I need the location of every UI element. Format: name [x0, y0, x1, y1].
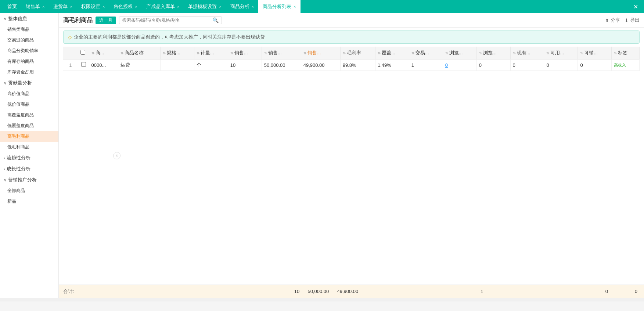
th-available[interactable]: ⇅可用...: [544, 47, 578, 59]
content-area: « 高毛利商品 近一月 🔍 ⬆ 分享 ⬇ 导出 ◇ 企: [59, 13, 644, 298]
table-row[interactable]: 1 0000... 运费 个 10 50,000.00 49,900.00 99…: [63, 59, 640, 71]
sidebar-item-high-value[interactable]: 高价值商品: [0, 88, 58, 99]
table-footer: 合计: 10 50,000.00 49,900.00 1 0 0: [59, 285, 644, 298]
close-template-settings[interactable]: ×: [219, 4, 221, 9]
nav-product-analysis-list[interactable]: 商品分析列表 ×: [258, 0, 300, 13]
nav-template-settings[interactable]: 单据模板设置 ×: [184, 0, 226, 13]
nav-purchase-order[interactable]: 进货单 ×: [49, 0, 76, 13]
nav-product-inbound[interactable]: 产成品入库单 ×: [142, 0, 184, 13]
arrow-marketing: ∨: [4, 178, 7, 182]
sidebar-group-marketing[interactable]: ∨ 营销推广分析: [0, 174, 58, 185]
cell-index: 1: [63, 59, 78, 71]
sidebar-group-trend-label: 流趋性分析: [7, 155, 30, 161]
nav-permission-settings[interactable]: 权限设置 ×: [77, 0, 109, 13]
info-text: 企业的主要的利润都是这部分商品创造的，可考虑加大推广，同时关注库存是不要出现缺货: [74, 34, 265, 40]
close-purchase-order[interactable]: ×: [70, 4, 72, 9]
sidebar-item-in-stock-goods[interactable]: 有库存的商品: [0, 56, 58, 67]
th-spec[interactable]: ⇅规格...: [161, 47, 194, 59]
close-product-analysis-list[interactable]: ×: [294, 4, 296, 9]
sidebar-item-all-goods[interactable]: 全部商品: [0, 185, 58, 196]
close-product-analysis[interactable]: ×: [252, 4, 254, 9]
time-filter-button[interactable]: 近一月: [96, 17, 116, 24]
th-browse2[interactable]: ⇅浏览...: [476, 47, 510, 59]
nav-product-analysis[interactable]: 商品分析 ×: [226, 0, 258, 13]
th-transactions[interactable]: ⇅交易...: [409, 47, 443, 59]
th-unit[interactable]: ⇅计量...: [194, 47, 228, 59]
nav-sales-order[interactable]: 销售单 ×: [21, 0, 49, 13]
cell-browse1[interactable]: 0: [443, 59, 476, 71]
th-gross-rate[interactable]: ⇅毛利率: [340, 47, 375, 59]
sidebar-item-low-coverage[interactable]: 低覆盖度商品: [0, 120, 58, 131]
horizontal-scrollbar[interactable]: [0, 298, 644, 301]
sidebar-group-marketing-label: 营销推广分析: [8, 177, 37, 183]
app-close-icon[interactable]: ✕: [630, 3, 641, 10]
search-box: 🔍: [119, 16, 222, 24]
close-role-auth[interactable]: ×: [135, 4, 137, 9]
th-name[interactable]: ⇅商品名称: [118, 47, 161, 59]
sidebar-group-contribution[interactable]: ∨ 贡献量分析: [0, 77, 58, 88]
th-browse1[interactable]: ⇅浏览...: [443, 47, 476, 59]
footer-stock: 0: [581, 289, 610, 294]
th-sales-amt[interactable]: ⇅销售...: [262, 47, 301, 59]
sidebar-item-high-margin[interactable]: 高毛利商品: [0, 131, 58, 142]
export-icon: ⬇: [625, 18, 629, 23]
cell-coverage: 1.49%: [375, 59, 409, 71]
nav-home[interactable]: 首页: [3, 0, 21, 13]
sidebar-item-high-coverage[interactable]: 高覆盖度商品: [0, 110, 58, 120]
search-button[interactable]: 🔍: [212, 17, 219, 23]
arrow-contribution: ∨: [4, 81, 7, 86]
sidebar-group-overall[interactable]: ∨ 整体信息: [0, 13, 58, 24]
sidebar-item-category-rate[interactable]: 商品分类助销率: [0, 46, 58, 56]
cell-sales-amt: 50,000.00: [262, 59, 301, 71]
search-input[interactable]: [122, 18, 212, 23]
cell-checkbox[interactable]: [78, 59, 89, 71]
close-permission-settings[interactable]: ×: [102, 4, 105, 9]
main-layout: ∨ 整体信息 销售类商品 交易过的商品 商品分类助销率 有库存的商品 库存资金占…: [0, 13, 644, 298]
th-code[interactable]: ⇅商...: [89, 47, 118, 59]
sidebar-group-overall-label: 整体信息: [8, 15, 27, 22]
close-product-inbound[interactable]: ×: [177, 4, 179, 9]
sidebar-item-stock-capital[interactable]: 库存资金占用: [0, 67, 58, 77]
th-sales-qty[interactable]: ⇅销售...: [228, 47, 262, 59]
th-sellable[interactable]: ⇅可销...: [578, 47, 612, 59]
cell-spec: [161, 59, 194, 71]
sidebar: ∨ 整体信息 销售类商品 交易过的商品 商品分类助销率 有库存的商品 库存资金占…: [0, 13, 59, 298]
sidebar-group-trend[interactable]: › 流趋性分析: [0, 152, 58, 163]
cell-unit: 个: [194, 59, 228, 71]
sidebar-item-low-value[interactable]: 低价值商品: [0, 99, 58, 110]
content-header: 高毛利商品 近一月 🔍 ⬆ 分享 ⬇ 导出: [59, 13, 644, 28]
sidebar-item-low-margin[interactable]: 低毛利商品: [0, 142, 58, 152]
th-stock[interactable]: ⇅现有...: [510, 47, 544, 59]
th-tag[interactable]: ⇅标签: [612, 47, 640, 59]
row-checkbox[interactable]: [81, 62, 86, 67]
nav-role-auth[interactable]: 角色授权 ×: [109, 0, 141, 13]
cell-sales-amt2: 49,900.00: [301, 59, 340, 71]
sidebar-group-growth[interactable]: › 成长性分析: [0, 163, 58, 174]
select-all-checkbox[interactable]: [80, 50, 85, 55]
sidebar-collapse-button[interactable]: «: [113, 152, 120, 159]
cell-stock: 0: [510, 59, 544, 71]
sidebar-group-growth-label: 成长性分析: [7, 166, 30, 172]
sidebar-item-new-goods[interactable]: 新品: [0, 196, 58, 207]
info-banner: ◇ 企业的主要的利润都是这部分商品创造的，可考虑加大推广，同时关注库存是不要出现…: [63, 30, 640, 44]
close-sales-order[interactable]: ×: [42, 4, 44, 9]
th-sales-amt2[interactable]: ⇅销售...: [301, 47, 340, 59]
sidebar-item-sales-goods[interactable]: 销售类商品: [0, 24, 58, 35]
sidebar-item-traded-goods[interactable]: 交易过的商品: [0, 35, 58, 46]
arrow-growth: ›: [4, 167, 5, 171]
th-coverage[interactable]: ⇅覆盖...: [375, 47, 409, 59]
cell-available: 0: [544, 59, 578, 71]
arrow-overall: ∨: [4, 17, 7, 21]
info-icon: ◇: [68, 35, 72, 40]
page-title: 高毛利商品: [63, 17, 93, 24]
table-container[interactable]: ⇅商... ⇅商品名称 ⇅规格... ⇅计量... ⇅销售... ⇅销售... …: [59, 47, 644, 285]
arrow-trend: ›: [4, 156, 5, 160]
export-button[interactable]: ⬇ 导出: [625, 17, 640, 23]
browse1-link[interactable]: 0: [445, 62, 448, 68]
footer-transactions: 1: [456, 289, 485, 294]
cell-transactions: 1: [409, 59, 443, 71]
share-button[interactable]: ⬆ 分享: [605, 17, 620, 23]
th-checkbox[interactable]: [78, 47, 89, 59]
footer-sales-amt: 50,000.00: [302, 289, 331, 294]
header-actions: ⬆ 分享 ⬇ 导出: [605, 17, 640, 23]
